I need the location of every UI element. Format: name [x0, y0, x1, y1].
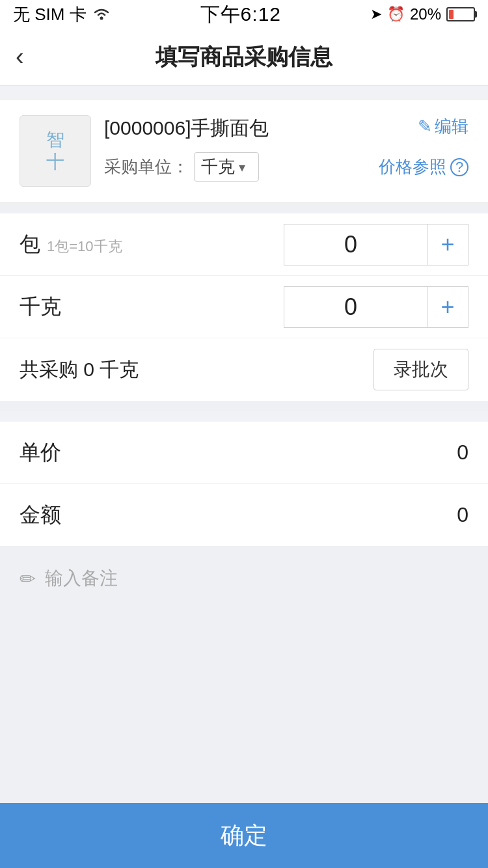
empty-space	[0, 610, 488, 806]
status-time: 下午6:12	[200, 1, 281, 28]
summary-row: 共采购 0 千克 录批次	[0, 338, 488, 401]
pencil-icon: ✏	[20, 567, 36, 590]
battery-icon	[446, 7, 475, 21]
unit-price-label: 单价	[20, 439, 61, 467]
product-unit-row: 采购单位： 千克 ▾ 价格参照 ?	[104, 152, 468, 182]
input-section: 包 1包=10千克 + 千克 +	[0, 213, 488, 338]
status-left: 无 SIM 卡	[13, 3, 111, 26]
status-right: ➤ ⏰ 20%	[370, 5, 475, 23]
bao-row: 包 1包=10千克 +	[0, 213, 488, 276]
product-top-row: [0000006]手撕面包 ✎ 编辑	[104, 115, 468, 142]
kg-plus-button[interactable]: +	[427, 286, 468, 328]
product-thumbnail: 智 十	[20, 115, 91, 187]
location-icon: ➤	[370, 6, 382, 23]
product-card: 智 十 [0000006]手撕面包 ✎ 编辑 采购单位： 千克 ▾	[0, 99, 488, 203]
svg-point-0	[100, 16, 103, 20]
product-logo: 智 十	[46, 129, 64, 172]
back-button[interactable]: ‹	[16, 43, 24, 71]
amount-value: 0	[457, 503, 468, 527]
unit-select[interactable]: 千克 ▾	[194, 152, 259, 182]
price-info-section: 单价 0 金额 0	[0, 422, 488, 547]
bao-label: 包 1包=10千克	[20, 230, 122, 259]
unit-price-value: 0	[457, 441, 468, 465]
batch-button[interactable]: 录批次	[373, 349, 468, 390]
unit-price-row: 单价 0	[0, 422, 488, 484]
nav-bar: ‹ 填写商品采购信息	[0, 29, 488, 86]
bao-plus-button[interactable]: +	[427, 224, 468, 265]
amount-label: 金额	[20, 501, 61, 530]
bao-quantity-input[interactable]	[284, 224, 427, 265]
bao-sub-label: 1包=10千克	[47, 237, 122, 256]
kg-row: 千克 +	[0, 276, 488, 338]
kg-quantity-input[interactable]	[284, 286, 427, 328]
help-icon: ?	[450, 158, 468, 176]
section-divider-1	[0, 203, 488, 213]
carrier-text: 无 SIM 卡	[13, 3, 87, 26]
confirm-button[interactable]: 确定	[0, 803, 488, 868]
kg-label: 千克	[20, 293, 61, 321]
unit-label: 采购单位： 千克 ▾	[104, 152, 259, 182]
chevron-down-icon: ▾	[239, 159, 245, 175]
note-section[interactable]: ✏ 输入备注	[0, 547, 488, 610]
status-bar: 无 SIM 卡 下午6:12 ➤ ⏰ 20%	[0, 0, 488, 29]
bao-input-control: +	[284, 224, 468, 265]
summary-text: 共采购 0 千克	[20, 357, 139, 383]
kg-input-control: +	[284, 286, 468, 328]
wifi-icon	[92, 5, 111, 25]
price-reference-button[interactable]: 价格参照 ?	[379, 156, 468, 178]
edit-button[interactable]: ✎ 编辑	[418, 115, 468, 138]
product-name: [0000006]手撕面包	[104, 115, 269, 142]
product-info: [0000006]手撕面包 ✎ 编辑 采购单位： 千克 ▾ 价格参照 ?	[104, 115, 468, 182]
alarm-icon: ⏰	[387, 6, 405, 23]
edit-icon: ✎	[418, 116, 432, 137]
note-placeholder-text: 输入备注	[45, 566, 118, 591]
battery-percent: 20%	[410, 5, 441, 23]
section-divider-2	[0, 401, 488, 411]
amount-row: 金额 0	[0, 484, 488, 547]
page-title: 填写商品采购信息	[156, 42, 332, 72]
